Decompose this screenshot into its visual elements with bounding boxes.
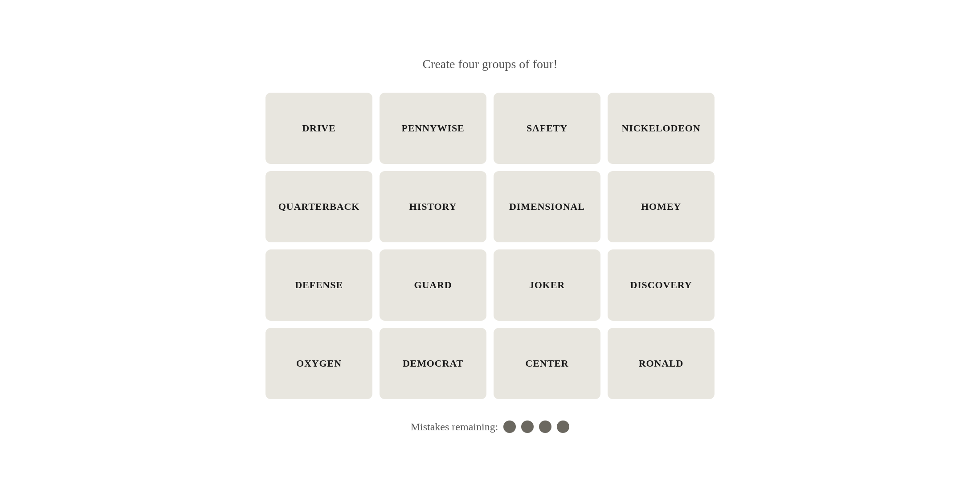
tile-quarterback[interactable]: QUARTERBACK (265, 171, 372, 242)
mistake-dot-1 (503, 421, 516, 433)
mistake-dot-2 (521, 421, 534, 433)
game-subtitle: Create four groups of four! (422, 57, 557, 71)
tile-defense[interactable]: DEFENSE (265, 249, 372, 321)
tile-oxygen[interactable]: OXYGEN (265, 328, 372, 399)
tile-democrat[interactable]: DEMOCRAT (380, 328, 486, 399)
mistake-dot-4 (557, 421, 569, 433)
tile-label-history: HISTORY (409, 201, 457, 212)
mistakes-label: Mistakes remaining: (411, 421, 498, 433)
tile-nickelodeon[interactable]: NICKELODEON (608, 93, 715, 164)
tile-label-quarterback: QUARTERBACK (278, 201, 359, 212)
tile-label-safety: SAFETY (527, 122, 568, 134)
mistake-dot-3 (539, 421, 551, 433)
tile-label-ronald: RONALD (639, 358, 684, 369)
tile-guard[interactable]: GUARD (380, 249, 486, 321)
tile-label-drive: DRIVE (302, 122, 335, 134)
tile-label-defense: DEFENSE (295, 279, 343, 291)
tile-label-joker: JOKER (529, 279, 565, 291)
tile-homey[interactable]: HOMEY (608, 171, 715, 242)
mistakes-remaining-row: Mistakes remaining: (411, 421, 570, 433)
tile-label-homey: HOMEY (641, 201, 681, 212)
tile-drive[interactable]: DRIVE (265, 93, 372, 164)
tile-ronald[interactable]: RONALD (608, 328, 715, 399)
tile-label-pennywise: PENNYWISE (401, 122, 464, 134)
tile-label-guard: GUARD (414, 279, 452, 291)
tile-safety[interactable]: SAFETY (494, 93, 600, 164)
tile-dimensional[interactable]: DIMENSIONAL (494, 171, 600, 242)
tile-discovery[interactable]: DISCOVERY (608, 249, 715, 321)
tile-label-democrat: DEMOCRAT (403, 358, 463, 369)
tile-joker[interactable]: JOKER (494, 249, 600, 321)
tile-center[interactable]: CENTER (494, 328, 600, 399)
tile-label-nickelodeon: NICKELODEON (621, 122, 700, 134)
tile-label-oxygen: OXYGEN (296, 358, 342, 369)
tile-pennywise[interactable]: PENNYWISE (380, 93, 486, 164)
tile-label-dimensional: DIMENSIONAL (509, 201, 585, 212)
tile-label-discovery: DISCOVERY (630, 279, 692, 291)
tile-history[interactable]: HISTORY (380, 171, 486, 242)
tile-label-center: CENTER (526, 358, 569, 369)
word-grid: DRIVEPENNYWISESAFETYNICKELODEONQUARTERBA… (265, 93, 715, 399)
